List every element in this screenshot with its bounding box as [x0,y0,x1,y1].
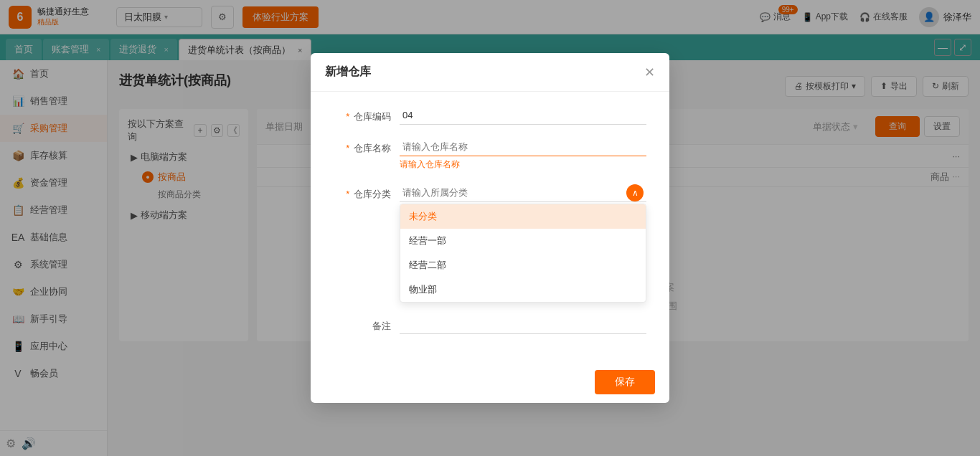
warehouse-code-input[interactable] [400,106,646,125]
dialog-body: * 仓库编码 * 仓库名称 请输入仓库名称 * 仓库分类 [311,92,669,361]
dialog-header: 新增仓库 ✕ [311,53,669,92]
dialog-footer: 保存 [311,361,669,403]
name-field-control: 请输入仓库名称 [400,138,646,171]
name-label: * 仓库名称 [334,138,391,155]
category-field-control: ∧ 未分类经营一部经营二部物业部 [400,184,646,303]
dropdown-item-2[interactable]: 经营二部 [400,253,646,277]
name-field-row: * 仓库名称 请输入仓库名称 [334,138,646,171]
category-label: * 仓库分类 [334,184,391,201]
dialog-close-btn[interactable]: ✕ [644,66,655,79]
category-field-row: * 仓库分类 ∧ 未分类经营一部经营二部物业部 [334,184,646,303]
note-label: 备注 [334,315,391,333]
save-btn[interactable]: 保存 [595,370,655,394]
warehouse-name-input[interactable] [400,138,646,156]
dialog-title: 新增仓库 [325,65,371,80]
category-dropdown: 未分类经营一部经营二部物业部 [400,204,646,303]
note-field-row: 备注 [334,315,646,334]
dropdown-item-1[interactable]: 经营一部 [400,229,646,253]
code-field-row: * 仓库编码 [334,106,646,125]
add-warehouse-dialog: 新增仓库 ✕ * 仓库编码 * 仓库名称 请输入仓库名称 [311,53,669,403]
dropdown-item-3[interactable]: 物业部 [400,277,646,302]
category-toggle-btn[interactable]: ∧ [626,184,644,201]
note-field-control [400,315,646,334]
code-label: * 仓库编码 [334,106,391,123]
dropdown-item-0[interactable]: 未分类 [400,204,646,229]
code-field-control [400,106,646,125]
warehouse-category-input[interactable] [400,184,646,202]
category-input-wrap: ∧ [400,184,646,202]
warehouse-note-input[interactable] [400,315,646,334]
name-error-tip: 请输入仓库名称 [400,158,646,171]
